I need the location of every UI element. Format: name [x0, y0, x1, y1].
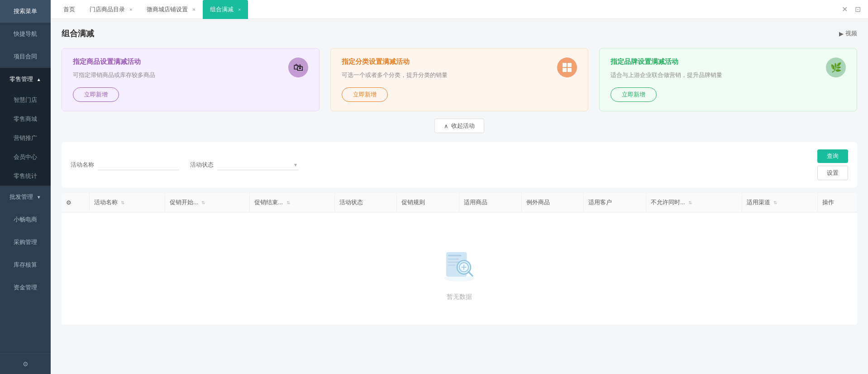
no-data-icon	[437, 245, 482, 286]
settings-column-button[interactable]: 设置	[817, 166, 848, 180]
activity-name-input[interactable]	[98, 159, 179, 170]
svg-rect-1	[568, 63, 572, 67]
tab-combo-discount[interactable]: 组合满减 ×	[203, 0, 248, 19]
col-settings[interactable]: ⚙	[62, 193, 89, 212]
sidebar-item-purchase-mgmt[interactable]: 采购管理	[0, 231, 51, 254]
sort-icon: ⇅	[773, 200, 777, 205]
sidebar-label: 零售管理	[10, 76, 33, 82]
activity-status-select[interactable]: 进行中 未开始 已结束	[217, 159, 299, 170]
col-label: 适用商品	[464, 199, 487, 206]
category-card-title: 指定分类设置满减活动	[342, 58, 577, 66]
video-link[interactable]: ▶ 视频	[839, 29, 857, 38]
product-card-title: 指定商品设置满减活动	[73, 58, 308, 66]
product-activity-card: 🛍 指定商品设置满减活动 可指定滞销商品或库存较多商品 立即新增	[62, 48, 320, 111]
sidebar-label: 采购管理	[14, 239, 37, 245]
col-promo-rule: 促销规则	[397, 193, 459, 212]
col-promo-start[interactable]: 促销开始... ⇅	[165, 193, 249, 212]
sidebar-item-quick-nav[interactable]: 快捷导航	[0, 23, 51, 45]
sidebar-label: 智慧门店	[14, 96, 37, 103]
sidebar-bottom: ⚙	[0, 354, 51, 374]
grid-icon	[562, 62, 572, 73]
tabs-bar: 首页 门店商品目录 × 微商城店铺设置 × 组合满减 × ✕ ⊡	[51, 0, 868, 19]
sidebar-item-finance[interactable]: 资金管理	[0, 276, 51, 299]
play-icon: ▶	[839, 30, 844, 37]
sidebar: 搜索菜单 快捷导航 项目合同 零售管理 ▲ 智慧门店 零售商城 营销推广 会员中…	[0, 0, 51, 374]
sidebar-label: 小畅电商	[14, 216, 37, 223]
tab-wechat-store[interactable]: 微商城店铺设置 ×	[139, 0, 202, 19]
sidebar-label: 项目合同	[14, 53, 37, 60]
category-activity-card: 指定分类设置满减活动 可选一个或者多个分类，提升分类的销量 立即新增	[330, 48, 588, 111]
col-label: 活动名称	[94, 199, 118, 206]
empty-state-row: 暂无数据	[62, 212, 857, 325]
activity-table: ⚙ 活动名称 ⇅ 促销开始... ⇅ 促销结束... ⇅	[62, 193, 857, 325]
col-activity-name[interactable]: 活动名称 ⇅	[89, 193, 165, 212]
sort-icon: ⇅	[121, 200, 124, 205]
col-label: 适用渠道	[747, 199, 770, 206]
product-card-desc: 可指定滞销商品或库存较多商品	[73, 71, 308, 80]
brand-card-desc: 适合与上游企业联合做营销，提升品牌销量	[610, 71, 846, 80]
collapse-label: 收起活动	[451, 122, 475, 130]
sort-icon: ⇅	[201, 200, 205, 205]
close-icon[interactable]: ×	[238, 0, 241, 19]
activity-cards: 🛍 指定商品设置满减活动 可指定滞销商品或库存较多商品 立即新增 指定分类设置满…	[62, 48, 857, 111]
sidebar-submenu-retail: 智慧门店 零售商城 营销推广 会员中心 零售统计	[0, 91, 51, 186]
settings-button[interactable]: ⚙	[0, 354, 51, 374]
sidebar-item-marketing[interactable]: 营销推广	[0, 129, 51, 148]
product-card-add-button[interactable]: 立即新增	[73, 87, 119, 102]
table-header: ⚙ 活动名称 ⇅ 促销开始... ⇅ 促销结束... ⇅	[62, 193, 857, 212]
sidebar-item-retail-mall[interactable]: 零售商城	[0, 110, 51, 129]
chevron-down-icon: ▼	[37, 195, 41, 200]
sidebar-item-smart-store[interactable]: 智慧门店	[0, 91, 51, 110]
sidebar-item-wholesale-mgmt[interactable]: 批发管理 ▼	[0, 186, 51, 208]
col-label: 不允许同时...	[651, 199, 685, 206]
col-not-allow-simultaneous[interactable]: 不允许同时... ⇅	[646, 193, 742, 212]
brand-card-add-button[interactable]: 立即新增	[610, 87, 657, 102]
search-menu-label: 搜索菜单	[14, 8, 37, 14]
settings-icon: ⚙	[66, 199, 72, 206]
search-filter-bar: 活动名称 活动状态 进行中 未开始 已结束 ▾ 查询 设置	[62, 142, 857, 187]
window-resize-button[interactable]: ⊡	[853, 5, 863, 14]
category-card-icon	[557, 58, 577, 77]
window-close-button[interactable]: ✕	[840, 5, 849, 14]
collapse-activity-button[interactable]: ∧ 收起活动	[434, 119, 484, 133]
activity-status-select-wrapper: 进行中 未开始 已结束 ▾	[217, 159, 299, 170]
chevron-up-icon: ∧	[444, 123, 448, 129]
activity-status-label: 活动状态	[190, 161, 214, 169]
sidebar-label: 营销推广	[14, 134, 37, 141]
tab-label: 组合满减	[210, 0, 234, 19]
col-applicable-customer: 适用客户	[584, 193, 646, 212]
sidebar-label: 零售商城	[14, 115, 37, 122]
col-promo-end[interactable]: 促销结束... ⇅	[250, 193, 334, 212]
sidebar-item-retail-stats[interactable]: 零售统计	[0, 167, 51, 186]
sidebar-item-xiaochange[interactable]: 小畅电商	[0, 208, 51, 231]
activity-name-label: 活动名称	[71, 161, 94, 169]
sidebar-item-retail-mgmt[interactable]: 零售管理 ▲	[0, 68, 51, 91]
category-card-add-button[interactable]: 立即新增	[342, 87, 388, 102]
bag-icon: 🛍	[293, 62, 303, 73]
empty-text: 暂无数据	[66, 293, 853, 301]
close-icon[interactable]: ×	[192, 0, 195, 19]
tab-label: 门店商品目录	[90, 0, 125, 19]
chevron-up-icon: ▲	[37, 77, 41, 82]
svg-rect-6	[448, 255, 461, 256]
sort-icon: ⇅	[286, 200, 290, 205]
table-body: 暂无数据	[62, 212, 857, 325]
col-applicable-channel[interactable]: 适用渠道 ⇅	[742, 193, 817, 212]
page-header: 组合满减 ▶ 视频	[62, 28, 857, 39]
tab-label: 微商城店铺设置	[147, 0, 188, 19]
sidebar-item-project-contract[interactable]: 项目合同	[0, 45, 51, 68]
sidebar-item-members[interactable]: 会员中心	[0, 148, 51, 167]
empty-illustration	[437, 245, 482, 286]
col-operation: 操作	[817, 193, 857, 212]
query-button[interactable]: 查询	[817, 149, 848, 163]
search-buttons: 查询 设置	[817, 149, 848, 180]
close-icon[interactable]: ×	[129, 0, 132, 19]
sidebar-item-inventory[interactable]: 库存核算	[0, 254, 51, 276]
tab-product-catalog[interactable]: 门店商品目录 ×	[82, 0, 139, 19]
sidebar-item-search[interactable]: 搜索菜单	[0, 0, 51, 23]
tab-home[interactable]: 首页	[56, 0, 82, 19]
sort-icon: ⇅	[688, 200, 692, 205]
collapse-bar: ∧ 收起活动	[62, 119, 857, 133]
sidebar-label: 批发管理	[10, 193, 33, 200]
brand-activity-card: 🌿 指定品牌设置满减活动 适合与上游企业联合做营销，提升品牌销量 立即新增	[599, 48, 857, 111]
